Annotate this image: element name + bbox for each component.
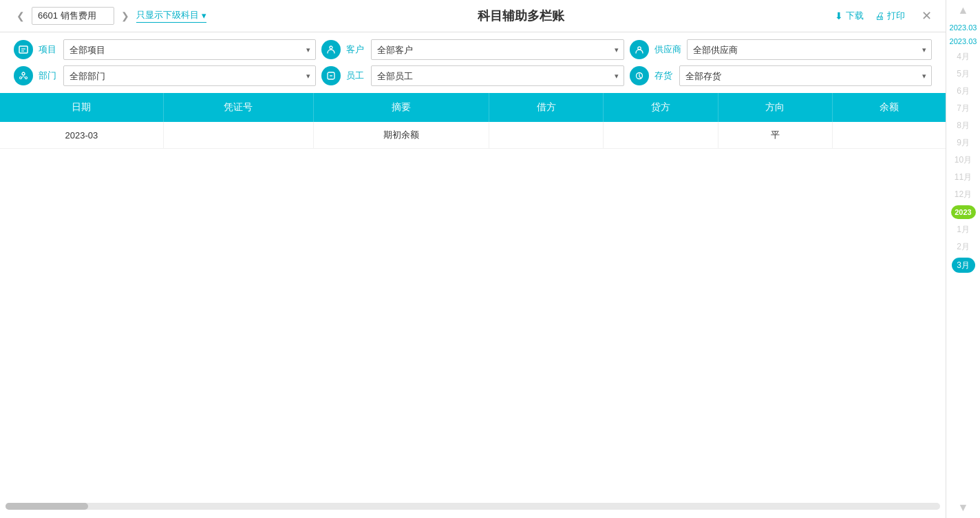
prev-account-arrow[interactable]: ❮ xyxy=(14,9,28,23)
department-select-wrapper: 全部部门 xyxy=(63,65,316,86)
project-select[interactable]: 全部项目 xyxy=(63,39,316,60)
header-left: ❮ 6601 销售费用 ❯ 只显示下级科目 ▾ xyxy=(14,7,206,25)
cell-balance xyxy=(832,122,946,149)
account-code: 6601 销售费用 xyxy=(32,7,114,25)
print-button[interactable]: 🖨 打印 xyxy=(875,10,905,22)
cell-direction: 平 xyxy=(718,122,832,149)
customer-label: 客户 xyxy=(346,43,365,56)
supplier-select-wrapper: 全部供应商 xyxy=(687,39,932,60)
employee-select[interactable]: 全部员工 xyxy=(371,65,624,86)
sidebar-item-7[interactable]: 7月 xyxy=(946,100,980,117)
col-date: 日期 xyxy=(0,93,163,122)
sidebar-item-5[interactable]: 5月 xyxy=(946,65,980,83)
horizontal-scrollbar[interactable] xyxy=(6,503,940,510)
customer-icon xyxy=(321,40,341,59)
supplier-select[interactable]: 全部供应商 xyxy=(687,39,932,60)
page-title: 科目辅助多栏账 xyxy=(206,8,835,24)
download-button[interactable]: ⬇ 下载 xyxy=(835,10,864,22)
scrollbar-thumb xyxy=(6,503,88,510)
project-select-wrapper: 全部项目 xyxy=(63,39,316,60)
svg-point-4 xyxy=(22,72,25,75)
col-direction: 方向 xyxy=(718,93,832,122)
inventory-select-wrapper: 全部存货 xyxy=(679,65,932,86)
project-label: 项目 xyxy=(39,43,58,56)
project-icon xyxy=(14,40,33,59)
cell-summary: 期初余额 xyxy=(313,122,489,149)
filter-supplier-row: 供应商 全部供应商 xyxy=(630,39,932,60)
department-icon xyxy=(14,66,33,85)
supplier-icon xyxy=(630,40,649,59)
sidebar-item-11[interactable]: 11月 xyxy=(946,169,980,186)
sidebar-item-1[interactable]: 1月 xyxy=(946,221,980,238)
col-balance: 余额 xyxy=(832,93,946,122)
cell-debit xyxy=(489,122,603,149)
svg-rect-0 xyxy=(19,46,28,53)
sidebar-item-4[interactable]: 4月 xyxy=(946,48,980,65)
sidebar-up-arrow[interactable]: ▲ xyxy=(958,0,969,21)
inventory-icon xyxy=(630,66,649,85)
print-icon: 🖨 xyxy=(875,10,884,21)
sidebar-item-2023-03-1[interactable]: 2023.03 xyxy=(946,21,980,34)
filter-inventory-row: 存货 全部存货 xyxy=(630,65,932,86)
inventory-label: 存货 xyxy=(654,70,674,82)
inventory-select[interactable]: 全部存货 xyxy=(679,65,932,86)
col-debit: 借方 xyxy=(489,93,603,122)
next-account-arrow[interactable]: ❯ xyxy=(118,9,132,23)
employee-icon xyxy=(321,66,341,85)
department-label: 部门 xyxy=(39,70,58,82)
filter-department-row: 部门 全部部门 xyxy=(14,65,316,86)
sidebar-item-6[interactable]: 6月 xyxy=(946,83,980,100)
sidebar-item-12[interactable]: 12月 xyxy=(946,186,980,203)
customer-select-wrapper: 全部客户 xyxy=(371,39,624,60)
cell-date: 2023-03 xyxy=(0,122,163,149)
supplier-label: 供应商 xyxy=(654,43,681,56)
col-summary: 摘要 xyxy=(313,93,489,122)
sidebar-item-3-active[interactable]: 3月 xyxy=(952,258,975,273)
table-row: 2023-03 期初余额 平 xyxy=(0,122,946,149)
col-voucher: 凭证号 xyxy=(163,93,313,122)
customer-select[interactable]: 全部客户 xyxy=(371,39,624,60)
filter-customer-row: 客户 全部客户 xyxy=(321,39,624,60)
sidebar-item-2[interactable]: 2月 xyxy=(946,238,980,256)
sidebar-year-2023[interactable]: 2023 xyxy=(951,205,976,219)
show-lower-button[interactable]: 只显示下级科目 ▾ xyxy=(136,9,206,23)
sidebar-item-8[interactable]: 8月 xyxy=(946,117,980,134)
ledger-table-wrapper: 日期 凭证号 摘要 借方 贷方 方向 余额 2023-03 期初余额 xyxy=(0,93,946,149)
employee-select-wrapper: 全部员工 xyxy=(371,65,624,86)
sidebar-item-9[interactable]: 9月 xyxy=(946,134,980,152)
ledger-table: 日期 凭证号 摘要 借方 贷方 方向 余额 2023-03 期初余额 xyxy=(0,93,946,149)
show-lower-chevron-icon: ▾ xyxy=(202,10,206,21)
timeline-sidebar: ▲ 2023.03 2023.03 4月 5月 6月 7月 8月 9月 10月 … xyxy=(946,0,980,518)
cell-voucher xyxy=(163,122,313,149)
filter-bar: 项目 全部项目 客户 全部客户 xyxy=(0,32,946,93)
svg-point-5 xyxy=(20,77,22,79)
header-actions: ⬇ 下载 🖨 打印 ✕ xyxy=(835,8,932,23)
sidebar-item-10[interactable]: 10月 xyxy=(946,152,980,169)
sidebar-item-2023-03-2[interactable]: 2023.03 xyxy=(946,34,980,48)
department-select[interactable]: 全部部门 xyxy=(63,65,316,86)
header: ❮ 6601 销售费用 ❯ 只显示下级科目 ▾ 科目辅助多栏账 ⬇ 下载 🖨 打… xyxy=(0,0,946,32)
filter-employee-row: 员工 全部员工 xyxy=(321,65,624,86)
close-button[interactable]: ✕ xyxy=(922,8,932,23)
download-icon: ⬇ xyxy=(835,10,843,21)
cell-credit xyxy=(604,122,718,149)
filter-project-row: 项目 全部项目 xyxy=(14,39,316,60)
employee-label: 员工 xyxy=(346,70,365,82)
svg-point-6 xyxy=(25,77,28,79)
col-credit: 贷方 xyxy=(604,93,718,122)
sidebar-down-arrow[interactable]: ▼ xyxy=(958,497,969,518)
